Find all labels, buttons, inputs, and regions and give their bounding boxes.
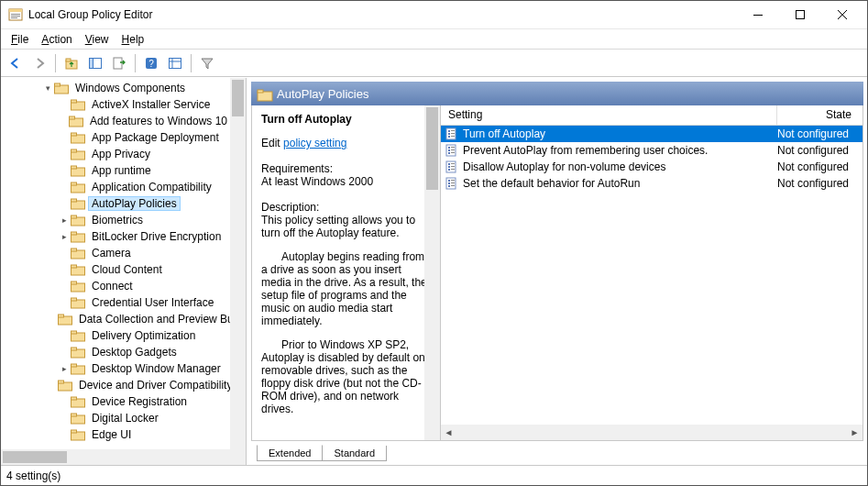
svg-rect-76: [451, 152, 455, 153]
description-pane: Turn off Autoplay Edit policy setting Re…: [251, 105, 441, 441]
tree-item[interactable]: App Privacy: [1, 146, 230, 162]
window-title: Local Group Policy Editor: [28, 8, 737, 21]
tree-item[interactable]: ▸Desktop Window Manager: [1, 360, 230, 377]
list-row[interactable]: Disallow Autoplay for non-volume devices…: [441, 159, 863, 175]
tab-standard[interactable]: Standard: [322, 446, 387, 461]
svg-rect-48: [71, 331, 77, 334]
svg-rect-5: [753, 15, 763, 16]
tree-item[interactable]: Device Registration: [1, 393, 230, 410]
tree-item[interactable]: App runtime: [1, 162, 230, 179]
filter-button[interactable]: [196, 52, 218, 74]
tree-item[interactable]: ActiveX Installer Service: [1, 96, 230, 113]
scroll-right-icon[interactable]: ►: [847, 427, 863, 437]
folder-icon: [71, 181, 85, 193]
menu-file[interactable]: File: [5, 31, 35, 48]
list-row[interactable]: Prevent AutoPlay from remembering user c…: [441, 142, 863, 159]
tree-root[interactable]: ▾Windows Components: [1, 80, 230, 96]
requirements-value: At least Windows 2000: [261, 175, 431, 188]
tree-item[interactable]: AutoPlay Policies: [1, 195, 230, 212]
tree-item-label: Digital Locker: [89, 412, 161, 425]
tree-item[interactable]: Application Compatibility: [1, 179, 230, 195]
tree-item[interactable]: ▸BitLocker Drive Encryption: [1, 228, 230, 245]
policy-setting-icon: [445, 176, 459, 191]
back-button[interactable]: [5, 52, 27, 74]
folder-icon: [71, 164, 85, 177]
tree-item[interactable]: ▸Biometrics: [1, 212, 230, 228]
tree-horizontal-scrollbar[interactable]: [1, 449, 230, 465]
svg-rect-75: [448, 152, 450, 154]
titlebar: Local Group Policy Editor: [1, 1, 867, 29]
svg-rect-69: [451, 136, 455, 137]
setting-name: Set the default behavior for AutoRun: [463, 177, 777, 190]
tree-item[interactable]: Add features to Windows 10: [1, 113, 230, 129]
column-header-state[interactable]: State: [777, 105, 863, 125]
svg-rect-36: [71, 232, 77, 235]
up-level-button[interactable]: [60, 52, 82, 74]
chevron-right-icon[interactable]: ▸: [58, 215, 71, 225]
chevron-down-icon[interactable]: ▾: [41, 83, 54, 93]
show-hide-tree-button[interactable]: [84, 52, 106, 74]
column-header-setting[interactable]: Setting: [441, 105, 777, 125]
breadcrumb-title: AutoPlay Policies: [277, 87, 368, 101]
svg-rect-73: [448, 149, 450, 151]
edit-policy-link[interactable]: policy setting: [283, 137, 346, 149]
tree-item-label: Desktop Gadgets: [89, 346, 180, 359]
maximize-button[interactable]: [779, 1, 821, 28]
svg-rect-82: [448, 169, 450, 171]
minimize-button[interactable]: [737, 1, 779, 28]
tree-vertical-scrollbar[interactable]: [230, 78, 246, 449]
svg-rect-78: [448, 163, 450, 165]
svg-rect-80: [448, 166, 450, 168]
tree-item[interactable]: Edge UI: [1, 426, 230, 443]
menu-view[interactable]: View: [79, 31, 115, 48]
close-button[interactable]: [821, 1, 863, 28]
tree-item[interactable]: Credential User Interface: [1, 294, 230, 311]
folder-icon: [71, 230, 85, 243]
tab-extended[interactable]: Extended: [257, 445, 323, 461]
tree-item[interactable]: Desktop Gadgets: [1, 344, 230, 360]
svg-rect-26: [71, 149, 77, 152]
policy-setting-icon: [445, 127, 459, 141]
forward-button[interactable]: [28, 52, 50, 74]
setting-state: Not configured: [777, 177, 863, 190]
properties-button[interactable]: [164, 52, 186, 74]
setting-name: Disallow Autoplay for non-volume devices: [463, 160, 777, 173]
tree-item[interactable]: Delivery Optimization: [1, 327, 230, 344]
tree-item[interactable]: App Package Deployment: [1, 129, 230, 146]
tree-item-label: Data Collection and Preview Builds: [76, 313, 230, 326]
list-row[interactable]: Turn off AutoplayNot configured: [441, 126, 863, 142]
scroll-left-icon[interactable]: ◄: [441, 427, 456, 437]
tree-item[interactable]: Digital Locker: [1, 410, 230, 426]
tree-item[interactable]: Cloud Content: [1, 261, 230, 278]
svg-rect-60: [71, 430, 77, 433]
folder-icon: [257, 87, 271, 100]
list-row[interactable]: Set the default behavior for AutoRunNot …: [441, 175, 863, 192]
chevron-right-icon[interactable]: ▸: [58, 232, 71, 241]
list-horizontal-scrollbar[interactable]: ◄ ►: [441, 425, 863, 440]
setting-name: Prevent AutoPlay from remembering user c…: [463, 144, 777, 157]
tree-item[interactable]: Camera: [1, 245, 230, 261]
svg-rect-10: [90, 58, 93, 68]
svg-rect-50: [71, 348, 77, 350]
tree-item-label: Desktop Window Manager: [89, 362, 224, 375]
svg-rect-88: [451, 182, 455, 183]
folder-icon: [71, 247, 85, 260]
svg-rect-24: [71, 133, 77, 136]
folder-icon: [58, 313, 72, 326]
tree-item[interactable]: Device and Driver Compatibility: [1, 377, 230, 393]
folder-icon: [71, 148, 85, 160]
tree-item-label: Delivery Optimization: [89, 329, 198, 342]
tree-panel: ▾Windows ComponentsActiveX Installer Ser…: [1, 78, 247, 465]
tree-item-label: Edge UI: [89, 428, 134, 441]
menu-help[interactable]: Help: [115, 31, 151, 48]
svg-rect-8: [66, 59, 71, 61]
chevron-right-icon[interactable]: ▸: [58, 364, 71, 373]
svg-rect-18: [55, 83, 60, 86]
description-label: Description:: [261, 201, 431, 214]
export-button[interactable]: [108, 52, 130, 74]
tree-item[interactable]: Data Collection and Preview Builds: [1, 311, 230, 327]
description-scrollbar[interactable]: [424, 105, 440, 440]
tree-item[interactable]: Connect: [1, 278, 230, 294]
help-button[interactable]: ?: [140, 52, 162, 74]
menu-action[interactable]: Action: [35, 31, 78, 48]
